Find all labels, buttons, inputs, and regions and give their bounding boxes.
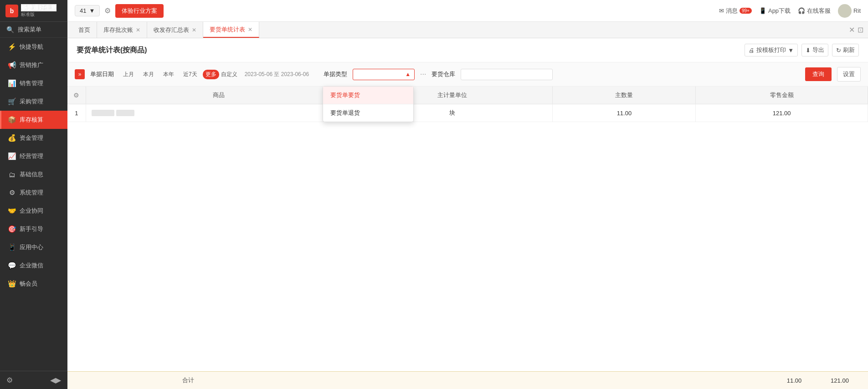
settings-footer-button[interactable]: ⚙ — [6, 376, 13, 384]
more-filter-options[interactable]: ··· — [420, 70, 426, 78]
row-quantity: 11.00 — [553, 104, 696, 122]
tab-home[interactable]: 首页 — [72, 22, 97, 38]
more-dates-button[interactable]: 更多 — [203, 70, 219, 79]
page-title: 要货单统计表(按商品) — [77, 46, 147, 55]
sidebar-item-app-center[interactable]: 📱 应用中心 — [0, 238, 67, 256]
last-month-button[interactable]: 上月 — [119, 69, 138, 80]
type-dropdown: 要货单要货 要货单退货 — [323, 86, 414, 122]
guide-icon: 🎯 — [8, 225, 16, 233]
message-icon: ✉ — [719, 7, 724, 14]
query-button[interactable]: 查询 — [805, 67, 832, 81]
app-logo-text: 畅捷通好生意 标准版 — [21, 4, 56, 18]
footer-quantity: 11.00 — [771, 377, 817, 384]
close-all-tabs-button[interactable]: ✕ — [849, 26, 855, 34]
service-icon: 🎧 — [798, 7, 805, 14]
type-select-input[interactable] — [357, 71, 402, 78]
sidebar-item-quick-nav[interactable]: ⚡ 快捷导航 — [0, 38, 67, 56]
purchase-icon: 🛒 — [8, 97, 16, 106]
print-icon: 🖨 — [749, 47, 755, 54]
collapse-sidebar-button[interactable]: ◀▶ — [50, 376, 61, 384]
close-batch-account-tab[interactable]: ✕ — [136, 27, 140, 33]
store-selector[interactable]: 41 ▼ — [75, 5, 100, 16]
search-menu-item[interactable]: 🔍 搜索菜单 — [0, 22, 67, 38]
system-icon: ⚙ — [8, 189, 16, 197]
sidebar-item-system[interactable]: ⚙ 系统管理 — [0, 184, 67, 202]
this-year-button[interactable]: 本年 — [159, 69, 178, 80]
topbar-right: ✉ 消息 99+ 📱 App下载 🎧 在线客服 Rit — [719, 4, 861, 18]
footer-total-label: 合计 — [182, 376, 194, 384]
app-download-button[interactable]: 📱 App下载 — [759, 7, 791, 15]
warehouse-input[interactable] — [461, 69, 553, 80]
this-month-button[interactable]: 本月 — [139, 69, 158, 80]
tab-receivable[interactable]: 收发存汇总表 ✕ — [147, 22, 203, 38]
date-filter-label: 单据日期 — [90, 70, 114, 78]
store-dropdown-icon: ▼ — [89, 7, 95, 14]
nav-items: ⚡ 快捷导航 📢 营销推广 📊 销售管理 🛒 采购管理 📦 库存核算 💰 资金管… — [0, 38, 67, 371]
close-receivable-tab[interactable]: ✕ — [192, 27, 196, 33]
sidebar-logo: b 畅捷通好生意 标准版 — [0, 0, 67, 22]
product-code-placeholder — [116, 110, 134, 116]
business-icon: 📈 — [8, 152, 16, 160]
tab-batch-account[interactable]: 库存批次账 ✕ — [97, 22, 147, 38]
sidebar-item-enterprise[interactable]: 🤝 企业协同 — [0, 202, 67, 220]
sales-icon: 📊 — [8, 79, 16, 87]
dropdown-item-order-goods[interactable]: 要货单要货 — [323, 87, 413, 104]
footer-amount: 121.00 — [817, 377, 863, 384]
refresh-button[interactable]: ↻ 刷新 — [832, 44, 859, 56]
online-service-button[interactable]: 🎧 在线客服 — [798, 7, 831, 15]
sidebar: b 畅捷通好生意 标准版 🔍 搜索菜单 ⚡ 快捷导航 📢 营销推广 📊 销售管理… — [0, 0, 67, 389]
table-row: 1 块 11.00 121.00 — [67, 104, 868, 122]
type-select-caret: ▲ — [405, 71, 411, 77]
type-select[interactable]: ▲ — [353, 69, 415, 80]
topbar: 41 ▼ ⚙ 体验行业方案 ✉ 消息 99+ 📱 App下载 🎧 在线客服 R — [67, 0, 868, 22]
sidebar-item-sales[interactable]: 📊 销售管理 — [0, 74, 67, 92]
sidebar-item-finance[interactable]: 💰 资金管理 — [0, 129, 67, 147]
sidebar-item-guide[interactable]: 🎯 新手引导 — [0, 220, 67, 238]
finance-icon: 💰 — [8, 134, 16, 142]
settings-gear-icon[interactable]: ⚙ — [104, 6, 111, 15]
export-button[interactable]: ⬇ 导出 — [801, 44, 828, 56]
page-actions: 🖨 按模板打印 ▼ ⬇ 导出 ↻ 刷新 — [745, 44, 859, 56]
tabbar-actions: ✕ ⊡ — [849, 26, 863, 34]
messages-button[interactable]: ✉ 消息 99+ — [719, 7, 752, 15]
sidebar-item-business[interactable]: 📈 经营管理 — [0, 147, 67, 165]
col-product: 商品 — [86, 87, 352, 104]
trial-button[interactable]: 体验行业方案 — [115, 4, 164, 18]
sidebar-item-marketing[interactable]: 📢 营销推广 — [0, 56, 67, 74]
app-center-icon: 📱 — [8, 243, 16, 251]
sidebar-item-basic[interactable]: 🗂 基础信息 — [0, 165, 67, 184]
search-icon: 🔍 — [6, 26, 14, 33]
quick-nav-icon: ⚡ — [8, 43, 16, 51]
dropdown-item-order-return[interactable]: 要货单退货 — [323, 104, 413, 122]
col-amount: 零售金额 — [696, 87, 868, 104]
expand-filter-button[interactable]: » — [75, 69, 85, 79]
tabbar: 首页 库存批次账 ✕ 收发存汇总表 ✕ 要货单统计表 ✕ ✕ ⊡ — [67, 22, 868, 38]
sidebar-item-wechat[interactable]: 💬 企业微信 — [0, 256, 67, 275]
user-avatar[interactable]: Rit — [838, 4, 861, 18]
last-7-days-button[interactable]: 近7天 — [180, 69, 201, 80]
sidebar-item-member[interactable]: 👑 畅会员 — [0, 275, 67, 293]
shrink-tabs-button[interactable]: ⊡ — [858, 26, 863, 34]
app-logo-icon: b — [5, 5, 18, 17]
sidebar-footer: ⚙ ◀▶ — [0, 371, 67, 389]
col-settings[interactable]: ⚙ — [67, 87, 86, 104]
print-button[interactable]: 🖨 按模板打印 ▼ — [745, 44, 798, 56]
page-header: 要货单统计表(按商品) 🖨 按模板打印 ▼ ⬇ 导出 ↻ 刷新 — [67, 38, 868, 62]
refresh-icon: ↻ — [836, 47, 841, 54]
close-order-stats-tab[interactable]: ✕ — [248, 26, 252, 33]
basic-icon: 🗂 — [8, 171, 16, 179]
setting-button[interactable]: 设置 — [837, 67, 861, 82]
custom-date-button[interactable]: 自定义 — [221, 71, 237, 78]
wechat-icon: 💬 — [8, 261, 16, 270]
col-quantity: 主数量 — [553, 87, 696, 104]
column-settings-icon[interactable]: ⚙ — [73, 92, 79, 99]
sidebar-item-purchase[interactable]: 🛒 采购管理 — [0, 92, 67, 111]
sidebar-item-inventory[interactable]: 📦 库存核算 — [0, 111, 67, 129]
page-content: 要货单统计表(按商品) 🖨 按模板打印 ▼ ⬇ 导出 ↻ 刷新 » — [67, 38, 868, 389]
print-dropdown-icon: ▼ — [788, 47, 794, 54]
tab-order-stats[interactable]: 要货单统计表 ✕ — [203, 22, 259, 38]
product-name-placeholder — [92, 110, 114, 116]
data-table: ⚙ 商品 主计量单位 主数量 零售金额 1 — [67, 87, 868, 122]
store-name: 41 — [80, 7, 86, 14]
warehouse-filter-label: 要货仓库 — [431, 70, 455, 78]
